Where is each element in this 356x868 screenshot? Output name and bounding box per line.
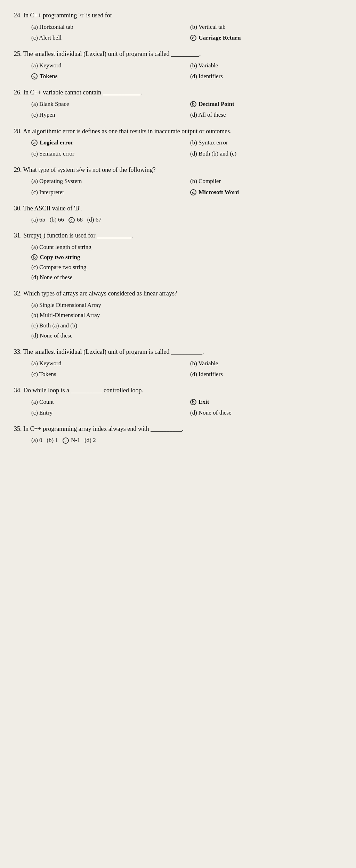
question-text: 25. The smallest individual (Lexical) un… [14,49,342,59]
options-inline: (a) 65 (b) 66 c 68 (d) 67 [31,215,342,224]
option-a[interactable]: (a) Blank Space [31,99,183,109]
question-text: 34. Do while loop is a __________ contro… [14,385,342,395]
circle-icon: c [31,73,38,80]
option-b[interactable]: b Exit [190,397,342,407]
options-grid: (a) Operating System(b) Compiler(c) Inte… [31,176,342,197]
question-block: 31. Strcpy( ) function is used for _____… [14,231,342,283]
option-c[interactable]: (c) Interpreter [31,187,183,197]
option-b[interactable]: b Decimal Point [190,99,342,109]
option-a[interactable]: a Logical error [31,137,183,148]
question-block: 32. Which types of arrays are always con… [14,289,342,341]
options-list: (a) Single Dimensional Array(b) Multi-Di… [31,300,342,341]
options-grid: a Logical error(b) Syntax error(c) Seman… [31,137,342,158]
option-a[interactable]: (a) Count length of string [31,242,342,252]
circle-icon: a [31,140,38,146]
option-a[interactable]: (a) Keyword [31,60,183,70]
options-grid: (a) Keyword(b) Variable(c) Tokens(d) Ide… [31,358,342,379]
question-block: 29. What type of system s/w is not one o… [14,165,342,197]
question-text: 26. In C++ variable cannot contain _____… [14,87,342,98]
option-a[interactable]: (a) Keyword [31,358,183,368]
option-a[interactable]: (a) Single Dimensional Array [31,300,342,310]
question-block: 34. Do while loop is a __________ contro… [14,385,342,418]
question-text: 32. Which types of arrays are always con… [14,289,342,299]
option-a[interactable]: (a) Count [31,397,183,407]
option-d[interactable]: (d) All of these [190,110,342,120]
option-b[interactable]: b Copy two string [31,252,342,262]
option-d[interactable]: d Microsoft Word [190,187,342,197]
options-grid: (a) Countb Exit(c) Entry(d) None of thes… [31,397,342,418]
circle-icon: d [190,189,196,195]
question-block: 25. The smallest individual (Lexical) un… [14,49,342,81]
question-block: 35. In C++ programming array index alway… [14,424,342,445]
question-block: 28. An algorithmic error is defines as o… [14,126,342,159]
option-c[interactable]: (c) Semantic error [31,149,183,159]
option-d[interactable]: (d) Identifiers [190,71,342,81]
circle-icon: b [31,254,38,260]
option-d[interactable]: (d) None of these [31,331,342,341]
options-grid: (a) Keyword(b) Variablec Tokens(d) Ident… [31,60,342,81]
question-text: 33. The smallest individual (Lexical) un… [14,347,342,357]
option-c[interactable]: c Tokens [31,71,183,81]
question-text: 24. In C++ programming '\r' is used for [14,10,342,20]
question-text: 35. In C++ programming array index alway… [14,424,342,434]
option-b[interactable]: (b) Variable [190,358,342,368]
circle-icon: c [63,437,69,444]
question-block: 24. In C++ programming '\r' is used for(… [14,10,342,43]
question-text: 31. Strcpy( ) function is used for _____… [14,231,342,241]
option-d[interactable]: (d) Both (b) and (c) [190,149,342,159]
question-block: 26. In C++ variable cannot contain _____… [14,87,342,120]
option-c[interactable]: (c) Entry [31,408,183,418]
options-grid: (a) Horizontal tab(b) Vertical tab(c) Al… [31,22,342,43]
option-b[interactable]: (b) Vertical tab [190,22,342,32]
options-inline: (a) 0 (b) 1 c N-1 (d) 2 [31,435,342,445]
circle-icon: c [68,217,75,223]
question-text: 28. An algorithmic error is defines as o… [14,126,342,136]
option-b[interactable]: (b) Multi-Dimensional Array [31,310,342,320]
option-c[interactable]: (c) Both (a) and (b) [31,320,342,331]
option-d[interactable]: (d) Identifiers [190,369,342,379]
option-b[interactable]: (b) Variable [190,60,342,70]
option-c[interactable]: (c) Alert bell [31,33,183,43]
question-block: 33. The smallest individual (Lexical) un… [14,347,342,379]
option-b[interactable]: (b) Syntax error [190,137,342,148]
option-a[interactable]: (a) Operating System [31,176,183,186]
circle-icon: d [190,35,196,41]
question-block: 30. The ASCII value of 'B'.(a) 65 (b) 66… [14,203,342,224]
option-d[interactable]: d Carriage Return [190,33,342,43]
option-c[interactable]: (c) Compare two string [31,262,342,272]
option-a[interactable]: (a) Horizontal tab [31,22,183,32]
question-text: 30. The ASCII value of 'B'. [14,203,342,214]
option-d[interactable]: (d) None of these [31,272,342,282]
circle-icon: b [190,399,196,405]
circle-icon: b [190,101,196,107]
option-d[interactable]: (d) None of these [190,408,342,418]
option-c[interactable]: (c) Hypen [31,110,183,120]
options-grid: (a) Blank Spaceb Decimal Point(c) Hypen(… [31,99,342,120]
question-text: 29. What type of system s/w is not one o… [14,165,342,175]
options-list: (a) Count length of stringb Copy two str… [31,242,342,283]
option-c[interactable]: (c) Tokens [31,369,183,379]
option-b[interactable]: (b) Compiler [190,176,342,186]
